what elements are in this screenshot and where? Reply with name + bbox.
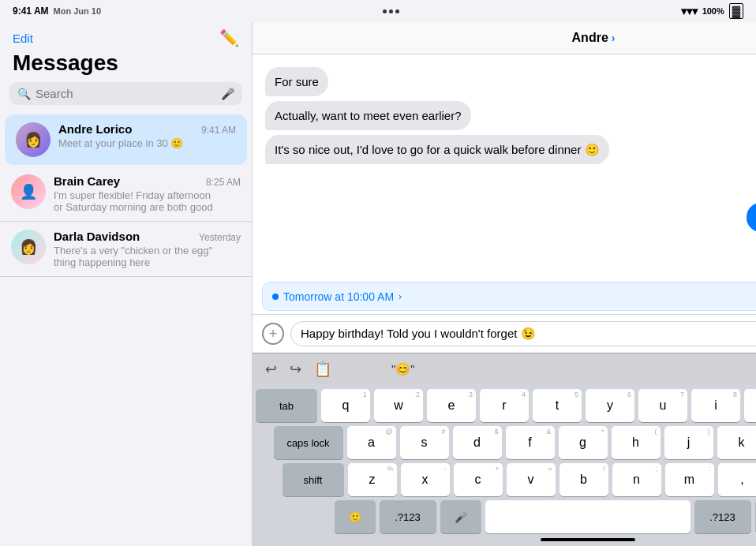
key-o[interactable]: 9o — [744, 389, 756, 422]
wifi-icon: ▾▾▾ — [681, 5, 698, 17]
message-row-2: Actually, want to meet even earlier? — [265, 101, 756, 130]
search-input[interactable] — [36, 87, 216, 100]
emoji-label-button[interactable]: "😊" — [391, 362, 415, 376]
delivered-label: Delivered — [265, 238, 756, 248]
key-u[interactable]: 7u — [638, 389, 687, 422]
sidebar-header: Edit ✏️ — [0, 22, 252, 50]
key-d[interactable]: $d — [453, 426, 502, 459]
sidebar: Edit ✏️ Messages 🔍 🎤 👩 Andre Lorico 9:41… — [0, 22, 253, 546]
app-container: Edit ✏️ Messages 🔍 🎤 👩 Andre Lorico 9:41… — [0, 22, 756, 546]
status-time: 9:41 AM — [13, 6, 49, 17]
emoji-key[interactable]: 🙂 — [335, 500, 376, 533]
scheduled-dot — [272, 294, 279, 300]
conv-top-darla: Darla Davidson Yesterday — [54, 230, 241, 243]
key-m[interactable]: :m — [665, 463, 714, 496]
conversation-item-andre[interactable]: 👩 Andre Lorico 9:41 AM Meet at your plac… — [5, 114, 247, 165]
key-f[interactable]: &f — [506, 426, 555, 459]
key-i[interactable]: 8i — [691, 389, 740, 422]
key-h[interactable]: (h — [612, 426, 661, 459]
key-x[interactable]: -x — [401, 463, 450, 496]
num123-left-key[interactable]: .?123 — [380, 500, 436, 533]
conv-name-andre: Andre Lorico — [58, 122, 132, 136]
avatar-andre: 👩 — [16, 122, 51, 157]
shift-label: shift — [304, 474, 323, 486]
avatar-photo: 👩 — [24, 131, 42, 148]
paste-button[interactable]: 📋 — [314, 361, 331, 378]
drag-dot-1 — [383, 9, 387, 13]
key-v[interactable]: =v — [507, 463, 556, 496]
keyboard: tab 1q 2w 3e 4r 5t 6y 7u 8i 9o 0p delete… — [253, 384, 756, 546]
avatar-darla: 👩 — [11, 230, 46, 264]
status-bar-right: ▾▾▾ 100% ▓ — [681, 3, 743, 19]
tab-label: tab — [279, 400, 294, 412]
scheduled-bar: Tomorrow at 10:00 AM › ✕ — [262, 282, 756, 311]
input-text: Happy birthday! Told you I wouldn't forg… — [301, 327, 536, 340]
space-key[interactable] — [485, 500, 691, 533]
conv-preview-andre: Meet at your place in 30 🙂 — [58, 137, 236, 149]
key-s[interactable]: #s — [400, 426, 449, 459]
avatar-photo-darla: 👩 — [20, 238, 37, 256]
scheduled-left[interactable]: Tomorrow at 10:00 AM › — [272, 290, 402, 303]
message-text-3: It's so nice out, I'd love to go for a q… — [275, 143, 600, 156]
bubble-1: For sure — [265, 67, 328, 96]
key-j[interactable]: )j — [664, 426, 713, 459]
key-c[interactable]: +c — [454, 463, 503, 496]
num123-right-label: .?123 — [709, 511, 735, 523]
status-day: Mon Jun 10 — [54, 6, 102, 16]
conv-top-brain: Brain Carey 8:25 AM — [54, 174, 241, 188]
conversation-item-brain[interactable]: 👤 Brain Carey 8:25 AM I'm super flexible… — [0, 166, 252, 222]
microphone-icon: 🎤 — [221, 88, 234, 100]
conv-name-darla: Darla Davidson — [54, 230, 140, 243]
chat-header: Andre › 📹 — [253, 22, 756, 54]
key-b[interactable]: /b — [560, 463, 608, 496]
key-a[interactable]: @a — [347, 426, 396, 459]
bubble-2: Actually, want to meet even earlier? — [265, 101, 471, 130]
key-r[interactable]: 4r — [480, 389, 529, 422]
redo-button[interactable]: ↪ — [290, 361, 301, 378]
message-input[interactable]: Happy birthday! Told you I wouldn't forg… — [290, 321, 756, 346]
conv-time-darla: Yesterday — [199, 232, 241, 243]
conv-time-andre: 9:41 AM — [201, 125, 236, 136]
conv-preview2-brain: or Saturday morning are both good — [54, 201, 241, 213]
conv-preview-darla: There's a very "chicken or the egg" — [54, 245, 241, 256]
conversation-item-darla[interactable]: 👩 Darla Davidson Yesterday There's a ver… — [0, 222, 252, 277]
compose-button[interactable]: ✏️ — [219, 28, 239, 47]
sidebar-title: Messages — [0, 50, 252, 82]
drag-dot-2 — [389, 9, 393, 13]
key-e[interactable]: 3e — [427, 389, 476, 422]
key-k[interactable]: 'k — [717, 426, 757, 459]
compose-icon: ✏️ — [219, 29, 239, 47]
status-bar-center — [383, 9, 399, 13]
message-row-1: For sure — [265, 67, 756, 96]
key-n[interactable]: ;n — [612, 463, 661, 496]
key-g[interactable]: *g — [559, 426, 608, 459]
key-w[interactable]: 2w — [374, 389, 423, 422]
tab-key[interactable]: tab — [256, 389, 317, 422]
mic-key[interactable]: 🎤 — [440, 500, 481, 533]
emoji-key-icon: 🙂 — [349, 511, 361, 523]
key-z[interactable]: %z — [348, 463, 397, 496]
keyboard-row-bottom: 🙂 .?123 🎤 .?123 𝒯 ⌨ — [256, 500, 756, 533]
chat-messages: For sure Actually, want to meet even ear… — [253, 54, 756, 275]
conv-preview-brain: I'm super flexible! Friday afternoon — [54, 189, 241, 201]
key-comma[interactable]: !, — [718, 463, 757, 496]
undo-button[interactable]: ↩ — [265, 361, 277, 378]
num123-right-key[interactable]: .?123 — [694, 500, 751, 533]
bubble-5: Meet at your place in 30 🙂 — [747, 203, 756, 232]
add-attachment-button[interactable]: + — [262, 323, 284, 345]
capslock-key[interactable]: caps lock — [274, 426, 343, 459]
key-q[interactable]: 1q — [321, 389, 370, 422]
avatar-brain: 👤 — [11, 174, 46, 209]
edit-button[interactable]: Edit — [13, 32, 33, 45]
conversation-list: 👩 Andre Lorico 9:41 AM Meet at your plac… — [0, 113, 252, 546]
bubble-3: It's so nice out, I'd love to go for a q… — [265, 135, 609, 164]
chat-header-center[interactable]: Andre › — [572, 31, 616, 45]
num123-left-label: .?123 — [395, 511, 421, 523]
capslock-label: caps lock — [286, 437, 329, 449]
message-row-4: I'm down! — [265, 169, 756, 198]
conv-name-brain: Brain Carey — [54, 174, 120, 188]
key-t[interactable]: 5t — [533, 389, 582, 422]
key-y[interactable]: 6y — [586, 389, 634, 422]
left-shift-key[interactable]: shift — [283, 463, 344, 496]
search-bar[interactable]: 🔍 🎤 — [9, 82, 242, 105]
